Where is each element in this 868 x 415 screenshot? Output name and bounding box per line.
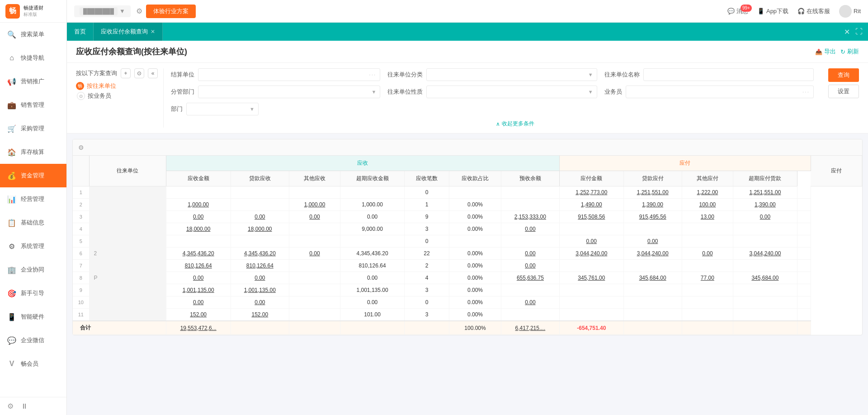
table-row: 8P0.000.000.0040.00%655,636.75345,761.00… — [73, 272, 862, 284]
department-input[interactable]: ▼ — [186, 103, 259, 115]
table-settings-icon[interactable]: ⚙ — [78, 144, 84, 151]
table-row: 91,001,135.001,001,135.001,001,135.0030.… — [73, 284, 862, 296]
sidebar-item-purchase[interactable]: 🛒 采购管理 — [0, 117, 66, 140]
col-ar-loan: 贷款应收 — [231, 171, 289, 186]
query-button[interactable]: 查询 — [828, 68, 859, 82]
footer-ar-amount[interactable]: 19,553,472,6... — [166, 321, 231, 335]
quick-nav-icon: ⌂ — [7, 54, 16, 62]
search-area: 按以下方案查询 + ⊙ « 畅 按往来单位 ⊙ 按业务员 — [67, 63, 868, 134]
message-button[interactable]: 💬 消息 99+ — [727, 7, 748, 15]
operations-icon: 📊 — [7, 195, 16, 204]
col-ar-prepay: 预收余额 — [501, 171, 559, 186]
page-content: 应收应付余额查询(按往来单位) 📤 导出 ↻ 刷新 按以下方案查询 — [67, 41, 868, 415]
tab-home[interactable]: 首页 — [67, 23, 94, 41]
avatar — [839, 5, 852, 18]
option-by-partner[interactable]: 畅 按往来单位 — [76, 82, 158, 90]
settings-button[interactable]: 设置 — [828, 85, 859, 98]
refresh-button[interactable]: ↻ 刷新 — [840, 48, 859, 56]
table-row: 100.000.000.0000.00%0.00 — [73, 296, 862, 309]
tab-bar-right: ✕ ⛶ — [839, 23, 868, 41]
pause-bottom-icon[interactable]: ⏸ — [21, 402, 28, 410]
sidebar-item-base-info[interactable]: 📋 基础信息 — [0, 211, 66, 234]
app-download-button[interactable]: 📱 App下载 — [757, 7, 788, 15]
partner-name-input[interactable] — [643, 68, 814, 81]
table-toolbar: ⚙ — [73, 139, 862, 156]
company-selector[interactable]: ████████ ▼ — [74, 5, 131, 17]
service-icon: 🎧 — [797, 8, 805, 14]
footer-ar-ratio: 100.00% — [449, 321, 501, 335]
sidebar-item-inventory[interactable]: 🏠 库存核算 — [0, 140, 66, 164]
sidebar-item-marketing[interactable]: 📢 营销推广 — [0, 70, 66, 93]
tab-close-icon[interactable]: ✕ — [151, 29, 155, 35]
online-service-button[interactable]: 🎧 在线客服 — [797, 7, 830, 15]
footer-ar-loan — [231, 321, 289, 335]
settlement-unit-label: 结算单位 — [171, 71, 194, 79]
settings-bottom-icon[interactable]: ⚙ — [7, 402, 14, 410]
col-partner: 往来单位 — [89, 156, 166, 186]
tab-ar-balance[interactable]: 应收应付余额查询 ✕ — [94, 23, 163, 41]
promo-button[interactable]: 体验行业方案 — [146, 5, 196, 18]
table-row: 7810,126.64810,126.64810,126.6420.00%0.0… — [73, 260, 862, 272]
data-table-wrap: ⚙ 往来单位 应收 应付 应付 应收金额 贷款应收 — [72, 139, 863, 335]
refresh-icon: ↻ — [840, 48, 845, 55]
search-scheme-label: 按以下方案查询 — [76, 69, 117, 77]
export-icon: 📤 — [815, 48, 822, 55]
footer-ar-count — [404, 321, 449, 335]
dept-manager-input[interactable]: ▼ — [198, 86, 380, 98]
search-menu-icon: 🔍 — [7, 30, 16, 39]
table-row: 21,000.001,000.001,000.0010.00%1,490.001… — [73, 199, 862, 211]
sidebar-item-wechat[interactable]: 💬 企业微信 — [0, 329, 66, 352]
table-row: 500.000.00 — [73, 235, 862, 248]
col-ap-amount: 应付金额 — [559, 171, 623, 186]
footer-ar-overdue — [340, 321, 405, 335]
sidebar-item-search-menu[interactable]: 🔍 搜索菜单 — [0, 23, 66, 46]
scheme-settings-icon[interactable]: ⊙ — [134, 68, 144, 78]
base-info-icon: 📋 — [7, 219, 16, 227]
collapse-button[interactable]: ∧ 收起更多条件 — [171, 120, 859, 128]
sidebar-item-sales[interactable]: 💼 销售管理 — [0, 93, 66, 117]
company-dropdown-icon: ▼ — [119, 8, 125, 14]
col-ar-count: 应收笔数 — [404, 171, 449, 186]
add-scheme-button[interactable]: + — [121, 68, 131, 78]
page-header-actions: 📤 导出 ↻ 刷新 — [815, 48, 859, 56]
sidebar-item-hardware[interactable]: 📱 智能硬件 — [0, 305, 66, 329]
table-row: 101,252,773.001,251,551.001,222.001,251,… — [73, 186, 862, 199]
inventory-icon: 🏠 — [7, 148, 16, 157]
app-icon: 📱 — [757, 8, 764, 14]
message-icon: 💬 — [727, 8, 735, 14]
salesperson-input[interactable]: ··· — [626, 86, 814, 98]
by-partner-icon: 畅 — [76, 82, 84, 90]
partner-category-input[interactable]: ▼ — [426, 68, 597, 81]
col-ar-amount: 应收金额 — [166, 171, 231, 186]
sidebar-item-operations[interactable]: 📊 经营管理 — [0, 187, 66, 211]
col-ap-group: 应付 — [559, 156, 811, 171]
page-header: 应收应付余额查询(按往来单位) 📤 导出 ↻ 刷新 — [67, 41, 868, 63]
sidebar-item-finance[interactable]: 💰 资金管理 — [0, 164, 66, 187]
guide-icon: 🎯 — [7, 289, 16, 298]
sidebar-item-enterprise[interactable]: 🏢 企业协同 — [0, 258, 66, 281]
tab-close-all-icon[interactable]: ✕ — [844, 28, 850, 36]
table-row: 11152.00152.00101.0030.00% — [73, 309, 862, 321]
tab-expand-icon[interactable]: ⛶ — [855, 28, 863, 36]
user-menu[interactable]: Rit — [839, 5, 861, 18]
footer-ap-amount: -654,751.40 — [559, 321, 623, 335]
tab-home-label: 首页 — [74, 28, 86, 36]
footer-ap-col — [797, 321, 811, 335]
settings-gear-icon[interactable]: ⚙ — [136, 7, 142, 15]
sidebar-item-quick-nav[interactable]: ⌂ 快捷导航 — [0, 46, 66, 70]
scheme-collapse-icon[interactable]: « — [148, 68, 158, 78]
sidebar-item-system[interactable]: ⚙ 系统管理 — [0, 234, 66, 258]
marketing-icon: 📢 — [7, 77, 16, 86]
sidebar-item-guide[interactable]: 🎯 新手引导 — [0, 281, 66, 305]
footer-ar-prepay[interactable]: 6,417,215.... — [501, 321, 559, 335]
partner-nature-input[interactable]: ▼ — [426, 86, 597, 98]
sidebar-item-member[interactable]: V 畅会员 — [0, 352, 66, 376]
settlement-unit-input[interactable]: ··· — [198, 68, 380, 81]
export-button[interactable]: 📤 导出 — [815, 48, 836, 56]
option-by-staff[interactable]: ⊙ 按业务员 — [77, 92, 158, 100]
col-ar-other: 其他应收 — [289, 171, 340, 186]
logo-text: 畅捷通财 标准版 — [24, 5, 43, 17]
finance-icon: 💰 — [7, 172, 16, 180]
purchase-icon: 🛒 — [7, 124, 16, 133]
username-label: Rit — [854, 8, 861, 14]
